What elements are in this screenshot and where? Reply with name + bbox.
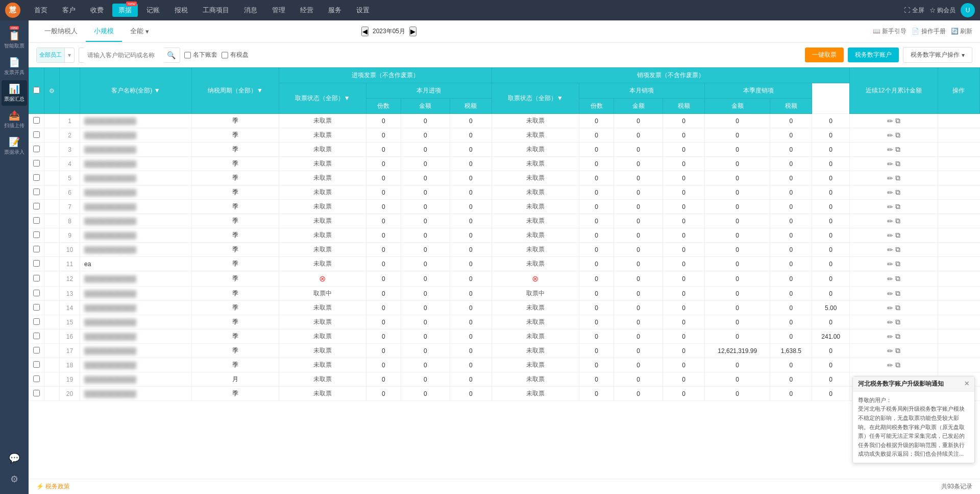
has-tax-disk-checkbox[interactable]: 有税盘 (222, 48, 249, 63)
th-tax-period[interactable]: 纳税周期（全部）▼ (191, 68, 279, 114)
copy-icon[interactable]: ⧉ (895, 332, 900, 341)
row-client-name[interactable]: ████████████ (80, 128, 192, 143)
search-input[interactable] (83, 48, 165, 63)
row-client-name[interactable]: ████████████ (80, 372, 192, 387)
row-client-name[interactable]: ████████████ (80, 330, 192, 344)
tax-digital-account-op-button[interactable]: 税务数字账户操作 ▾ (903, 47, 972, 63)
edit-icon[interactable]: ✏ (887, 260, 893, 268)
nav-client[interactable]: 客户 (56, 4, 82, 17)
name-under-books-checkbox[interactable]: 名下账套 (184, 48, 217, 63)
copy-icon[interactable]: ⧉ (895, 303, 900, 312)
nav-service[interactable]: 服务 (322, 4, 348, 17)
row-checkbox[interactable] (33, 117, 40, 124)
nav-bookkeeping[interactable]: 记账 (140, 4, 166, 17)
row-client-name[interactable]: ████████████ (80, 185, 192, 200)
new-guide-link[interactable]: 📖 新手引导 (873, 27, 906, 36)
fullscreen-button[interactable]: ⛶ 全屏 (904, 6, 924, 15)
tax-digital-account-button[interactable]: 税务数字账户 (848, 48, 899, 62)
row-checkbox[interactable] (33, 318, 40, 325)
nav-message[interactable]: 消息 (238, 4, 263, 17)
row-client-name[interactable]: ████████████ (80, 301, 192, 315)
user-avatar[interactable]: U (961, 3, 975, 17)
edit-icon[interactable]: ✏ (887, 333, 893, 341)
row-client-name[interactable]: ea (80, 257, 192, 271)
row-client-name[interactable]: ████████████ (80, 143, 192, 157)
sidebar-item-invoice-entry[interactable]: 📝 票据录入 (2, 133, 27, 159)
copy-icon[interactable]: ⧉ (895, 346, 900, 355)
row-client-name[interactable]: ████████████ (80, 157, 192, 171)
edit-icon[interactable]: ✏ (887, 304, 893, 312)
notification-close-button[interactable]: ✕ (964, 380, 969, 387)
edit-icon[interactable]: ✏ (887, 146, 893, 154)
row-checkbox[interactable] (33, 275, 40, 281)
sidebar-chat[interactable]: 💬 (2, 450, 27, 468)
copy-icon[interactable]: ⧉ (895, 361, 900, 369)
nav-operation[interactable]: 经营 (294, 4, 320, 17)
has-tax-disk-input[interactable] (222, 48, 228, 63)
copy-icon[interactable]: ⧉ (895, 217, 900, 225)
edit-icon[interactable]: ✏ (887, 275, 893, 283)
sidebar-item-scan-upload[interactable]: 📤 扫描上传 (2, 107, 27, 132)
sidebar-item-invoice-open[interactable]: 📄 发票开具 (2, 54, 27, 79)
copy-icon[interactable]: ⧉ (895, 289, 900, 298)
copy-icon[interactable]: ⧉ (895, 245, 900, 254)
copy-icon[interactable]: ⧉ (895, 318, 900, 326)
row-checkbox[interactable] (33, 347, 40, 354)
copy-icon[interactable]: ⧉ (895, 116, 900, 125)
row-checkbox[interactable] (33, 260, 40, 267)
edit-icon[interactable]: ✏ (887, 318, 893, 326)
row-client-name[interactable]: ████████████ (80, 171, 192, 185)
copy-icon[interactable]: ⧉ (895, 174, 900, 182)
edit-icon[interactable]: ✏ (887, 189, 893, 197)
refresh-button[interactable]: 🔄 刷新 (951, 27, 972, 36)
row-checkbox[interactable] (33, 361, 40, 368)
th-client-name[interactable]: 客户名称(全部) ▼ (80, 68, 192, 114)
operation-manual-link[interactable]: 📄 操作手册 (912, 27, 945, 36)
nav-business[interactable]: 工商项目 (197, 4, 235, 17)
copy-icon[interactable]: ⧉ (895, 202, 900, 211)
period-next-button[interactable]: ▶ (409, 27, 416, 36)
row-client-name[interactable]: ████████████ (80, 287, 192, 301)
row-client-name[interactable]: ████████████ (80, 344, 192, 358)
row-checkbox[interactable] (33, 333, 40, 339)
copy-icon[interactable]: ⧉ (895, 188, 900, 197)
row-client-name[interactable]: ████████████ (80, 387, 192, 401)
row-checkbox[interactable] (33, 246, 40, 252)
nav-settings[interactable]: 设置 (350, 4, 376, 17)
nav-manage[interactable]: 管理 (266, 4, 291, 17)
copy-icon[interactable]: ⧉ (895, 145, 900, 154)
edit-icon[interactable]: ✏ (887, 217, 893, 225)
row-checkbox[interactable] (33, 174, 40, 181)
nav-billing[interactable]: 收费 (84, 4, 110, 17)
copy-icon[interactable]: ⧉ (895, 159, 900, 168)
row-client-name[interactable]: ████████████ (80, 200, 192, 214)
member-button[interactable]: ☆ 购会员 (929, 6, 955, 15)
row-client-name[interactable]: ████████████ (80, 243, 192, 257)
edit-icon[interactable]: ✏ (887, 361, 893, 369)
tab-quanbu[interactable]: 全能 ▾ (122, 21, 157, 42)
nav-home[interactable]: 首页 (28, 4, 54, 17)
name-under-books-input[interactable] (184, 48, 191, 63)
th-inbound-status[interactable]: 取票状态（全部）▼ (279, 83, 366, 114)
row-client-name[interactable]: ████████████ (80, 228, 192, 243)
copy-icon[interactable]: ⧉ (895, 274, 900, 283)
one-click-ticket-button[interactable]: 一键取票 (805, 48, 844, 62)
edit-icon[interactable]: ✏ (887, 131, 893, 139)
row-checkbox[interactable] (33, 160, 40, 167)
edit-icon[interactable]: ✏ (887, 246, 893, 254)
tab-small-scale[interactable]: 小规模 (86, 21, 122, 42)
row-checkbox[interactable] (33, 375, 40, 382)
row-checkbox[interactable] (33, 203, 40, 209)
edit-icon[interactable]: ✏ (887, 290, 893, 298)
row-checkbox[interactable] (33, 304, 40, 311)
employee-selector[interactable]: 全部员工 ▾ (36, 48, 75, 63)
edit-icon[interactable]: ✏ (887, 117, 893, 125)
row-client-name[interactable]: ████████████ (80, 358, 192, 372)
row-client-name[interactable]: ████████████ (80, 114, 192, 128)
tab-general-taxpayer[interactable]: 一般纳税人 (36, 21, 86, 42)
row-client-name[interactable]: ████████████ (80, 315, 192, 330)
row-checkbox[interactable] (33, 390, 40, 396)
nav-invoice[interactable]: 票据 new (112, 4, 138, 17)
copy-icon[interactable]: ⧉ (895, 231, 900, 240)
period-prev-button[interactable]: ◀ (361, 27, 369, 36)
